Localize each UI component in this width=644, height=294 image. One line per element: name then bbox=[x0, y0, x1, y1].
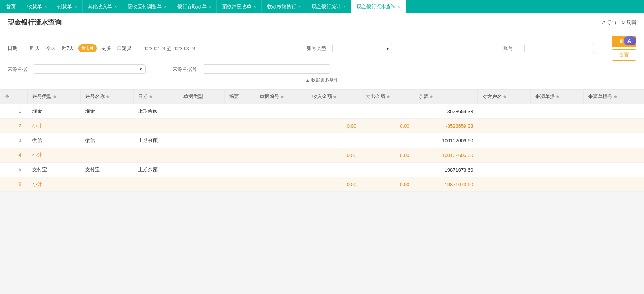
tab-ar-ap[interactable]: 应收应付调整单 × bbox=[122, 0, 172, 13]
row-date bbox=[134, 148, 179, 163]
close-icon[interactable]: × bbox=[343, 4, 345, 9]
th-income[interactable]: 收入金额 bbox=[308, 90, 361, 104]
th-doc-type: 单据类型 bbox=[179, 90, 225, 104]
row-doc-no bbox=[255, 133, 308, 148]
row-num: 4 bbox=[14, 148, 28, 163]
row-counterparty bbox=[477, 177, 530, 192]
close-icon[interactable]: × bbox=[164, 4, 166, 9]
date-yesterday[interactable]: 昨天 bbox=[29, 44, 41, 52]
close-icon[interactable]: × bbox=[398, 4, 400, 9]
row-account-name: 支付宝 bbox=[81, 163, 134, 177]
tab-collection[interactable]: 收款核销执行 × bbox=[262, 0, 306, 13]
row-income: 0.00 bbox=[308, 119, 361, 133]
row-doc-no bbox=[255, 104, 308, 119]
row-summary bbox=[225, 177, 255, 192]
close-icon[interactable]: × bbox=[44, 4, 47, 9]
sort-icon bbox=[149, 95, 152, 98]
row-source-doc-no bbox=[584, 133, 644, 148]
row-source-doc bbox=[531, 133, 584, 148]
settings-button[interactable]: 设置 bbox=[612, 49, 636, 61]
row-gear bbox=[0, 104, 14, 119]
source-doc-select[interactable]: ▾ bbox=[33, 64, 146, 74]
export-button[interactable]: ↗ 导出 bbox=[601, 19, 617, 26]
account-more-button[interactable]: ··· bbox=[596, 46, 600, 51]
close-icon[interactable]: × bbox=[74, 4, 77, 9]
top-navigation: 首页 收款单 × 付款单 × 其他收入单 × 应收应付调整单 × 银行存取款单 … bbox=[0, 0, 644, 13]
th-source-doc-no[interactable]: 来源单据号 bbox=[584, 90, 644, 104]
date-custom[interactable]: 自定义 bbox=[116, 44, 133, 52]
chevron-down-icon: ▾ bbox=[386, 46, 389, 51]
source-doc-no-input[interactable] bbox=[203, 64, 330, 74]
th-date[interactable]: 日期 bbox=[134, 90, 179, 104]
row-doc-type bbox=[179, 119, 225, 133]
row-expense bbox=[361, 104, 414, 119]
row-gear bbox=[0, 163, 14, 177]
tab-bank-deposit[interactable]: 银行存取款单 × bbox=[172, 0, 217, 13]
row-date: 上期余额 bbox=[134, 104, 179, 119]
date-last7d[interactable]: 近7天 bbox=[60, 44, 75, 52]
date-today[interactable]: 今天 bbox=[44, 44, 57, 52]
row-account-type: 小计 bbox=[28, 148, 81, 163]
row-counterparty bbox=[477, 104, 530, 119]
th-doc-no[interactable]: 单据编号 bbox=[255, 90, 308, 104]
date-last1m[interactable]: 近1月 bbox=[78, 44, 97, 52]
close-icon[interactable]: × bbox=[254, 4, 256, 9]
tab-receipt[interactable]: 收款单 × bbox=[22, 0, 52, 13]
th-expense[interactable]: 支出金额 bbox=[361, 90, 414, 104]
close-icon[interactable]: × bbox=[209, 4, 211, 9]
row-doc-no bbox=[255, 163, 308, 177]
row-date bbox=[134, 177, 179, 192]
th-account-name[interactable]: 账号名称 bbox=[81, 90, 134, 104]
row-income bbox=[308, 133, 361, 148]
date-more[interactable]: 更多 bbox=[100, 44, 113, 52]
row-num: 1 bbox=[14, 104, 28, 119]
th-account-type[interactable]: 账号类型 bbox=[28, 90, 81, 104]
refresh-icon: ↻ bbox=[621, 19, 625, 25]
row-account-type: 微信 bbox=[28, 133, 81, 148]
refresh-button[interactable]: ↻ 刷新 bbox=[621, 19, 636, 26]
close-icon[interactable]: × bbox=[299, 4, 301, 9]
filter-area: 日期 昨天 今天 近7天 近1月 更多 自定义 2023-02-24 至 202… bbox=[0, 31, 644, 90]
close-icon[interactable]: × bbox=[114, 4, 117, 9]
nav-home[interactable]: 首页 bbox=[0, 0, 22, 13]
table-row[interactable]: 2 小计 0.00 0.00 -3528659.33 bbox=[0, 119, 644, 133]
sort-icon bbox=[614, 95, 617, 98]
tab-cash-bank-flow[interactable]: 现金银行流水查询 × bbox=[351, 0, 406, 13]
table-row[interactable]: 5 支付宝 支付宝 上期余额 19871073.60 bbox=[0, 163, 644, 177]
row-source-doc bbox=[531, 119, 584, 133]
row-balance: -3528659.33 bbox=[414, 104, 477, 119]
table-row[interactable]: 1 现金 现金 上期余额 -3528659.33 bbox=[0, 104, 644, 119]
table-row[interactable]: 3 微信 微信 上期余额 100102606.60 bbox=[0, 133, 644, 148]
th-counterparty[interactable]: 对方户名 bbox=[477, 90, 530, 104]
table-row[interactable]: 4 小计 0.00 0.00 100102606.60 bbox=[0, 148, 644, 163]
collapse-bar[interactable]: ▲ 收起更多条件 bbox=[8, 75, 636, 85]
tab-advance[interactable]: 预收冲应收单 × bbox=[217, 0, 261, 13]
row-balance: 100102606.60 bbox=[414, 148, 477, 163]
account-input[interactable] bbox=[524, 44, 594, 53]
sort-icon bbox=[281, 95, 284, 98]
table-row[interactable]: 6 小计 0.00 0.00 19871073.60 bbox=[0, 177, 644, 192]
tab-payment[interactable]: 付款单 × bbox=[52, 0, 82, 13]
chevron-down-icon-2: ▾ bbox=[140, 66, 142, 72]
gear-icon[interactable]: ⚙ bbox=[5, 93, 9, 100]
row-counterparty bbox=[477, 119, 530, 133]
row-account-name bbox=[81, 119, 134, 133]
data-table-container: ⚙ 账号类型 账号名称 bbox=[0, 90, 644, 192]
row-expense bbox=[361, 163, 414, 177]
filter-row-date: 日期 昨天 今天 近7天 近1月 更多 自定义 2023-02-24 至 202… bbox=[8, 36, 636, 61]
th-source-doc[interactable]: 来源单据 bbox=[531, 90, 584, 104]
tab-cash-bank-stat[interactable]: 现金银行统计 × bbox=[306, 0, 351, 13]
account-type-select[interactable]: ▾ bbox=[332, 44, 392, 53]
ai-badge[interactable]: Ai bbox=[624, 36, 636, 45]
row-source-doc-no bbox=[584, 163, 644, 177]
sort-icon bbox=[106, 95, 109, 98]
row-income: 0.00 bbox=[308, 148, 361, 163]
row-source-doc-no bbox=[584, 119, 644, 133]
row-gear bbox=[0, 148, 14, 163]
row-balance: 19871073.60 bbox=[414, 163, 477, 177]
row-balance: 19871073.60 bbox=[414, 177, 477, 192]
row-gear bbox=[0, 119, 14, 133]
th-balance[interactable]: 余额 bbox=[414, 90, 477, 104]
row-balance: -3528659.33 bbox=[414, 119, 477, 133]
tab-other-income[interactable]: 其他收入单 × bbox=[83, 0, 122, 13]
